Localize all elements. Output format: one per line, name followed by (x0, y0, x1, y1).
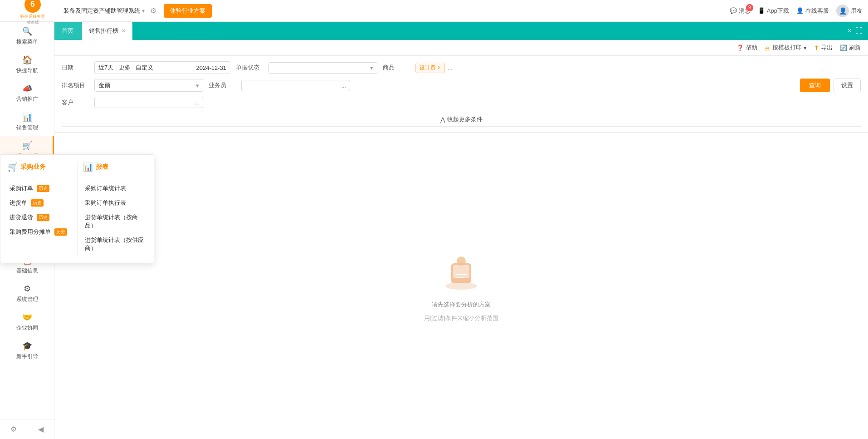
sidebar-item-system[interactable]: ⚙ 系统管理 (0, 279, 54, 308)
goods-tag-close[interactable]: × (438, 64, 441, 71)
logo-text: 畅捷通好生意 (20, 14, 45, 20)
empty-hint-2: 用[过滤]条件来缩小分析范围 (424, 314, 498, 322)
tab-close-icon[interactable]: × (122, 28, 125, 34)
purchase-dropdown: 🛒 采购业务 采购订单 历史 进货单 历史 进货退货 历史 (0, 154, 154, 263)
sidebar-label-guide: 新手引导 (16, 353, 38, 360)
date-end-value: 2024-12-31 (196, 64, 227, 71)
collapse-button[interactable]: ⋀ 收起更多条件 (440, 115, 483, 123)
sidebar-label-enterprise: 企业协同 (16, 324, 38, 332)
print-label: 按模板打印 (772, 44, 802, 52)
settings-icon[interactable]: ⚙ (150, 6, 156, 15)
svg-point-3 (457, 256, 466, 266)
purchase-order-item[interactable]: 采购订单 历史 (8, 181, 72, 196)
doc-status-arrow-icon: ▾ (370, 64, 373, 71)
purchase-fee-label: 采购费用分摊单 (10, 228, 51, 236)
title-arrow-icon: ▾ (142, 8, 145, 14)
date-preset-more[interactable]: 更多 (119, 64, 131, 72)
filter-actions: 查询 设置 (800, 79, 861, 92)
tab-home-label: 首页 (62, 27, 73, 35)
rank-picker[interactable]: 金额 ▾ (94, 79, 203, 92)
dropdown-divider (77, 162, 78, 256)
col2-icon: 📊 (83, 162, 93, 172)
date-preset-custom[interactable]: 自定义 (136, 64, 153, 72)
tab-bar-end: × ⛶ (848, 27, 868, 35)
system-title: 装备及固定资产辅助管理系统 (63, 7, 140, 15)
report-item-1[interactable]: 采购订单执行表 (83, 196, 147, 210)
filter-row-2: 排名项目 金额 ▾ 业务员 ... 查询 设置 (62, 79, 861, 92)
customer-more[interactable]: ... (194, 99, 199, 106)
col2-title: 📊 报表 (83, 162, 147, 176)
sidebar-bottom: ⚙ ◀ (0, 419, 54, 439)
rank-label: 排名项目 (62, 81, 89, 89)
col2-title-text: 报表 (96, 163, 108, 171)
sidebar-label-sales: 销售管理 (16, 124, 38, 132)
print-button[interactable]: 🖨 按模板打印 ▾ (765, 44, 807, 52)
service-icon: 👤 (796, 7, 804, 14)
doc-status-picker[interactable]: ▾ (268, 62, 377, 74)
sidebar-item-purchase[interactable]: 🛒 采购管理 🛒 采购业务 采购订单 历史 进货单 历史 (0, 136, 54, 165)
app-icon: 📱 (758, 7, 765, 14)
collapse-row: ⋀ 收起更多条件 (62, 113, 861, 127)
rank-value: 金额 (98, 81, 110, 89)
purchase-fee-item[interactable]: 采购费用分摊单 历史 (8, 225, 72, 239)
stock-in-label: 进货单 (10, 199, 27, 207)
collapse-sidebar-icon[interactable]: ◀ (38, 425, 44, 434)
window-close-icon[interactable]: × (848, 27, 852, 35)
set-button[interactable]: 设置 (834, 79, 861, 92)
customer-picker[interactable]: ... (94, 97, 203, 108)
date-preset-7days[interactable]: 近7天 (98, 64, 113, 72)
service-label: 在线客服 (805, 7, 829, 15)
message-button[interactable]: 💬 消息 9 (730, 7, 751, 15)
sidebar-label-marketing: 营销推广 (16, 95, 38, 103)
purchase-business-col: 🛒 采购业务 采购订单 历史 进货单 历史 进货退货 历史 (8, 162, 72, 256)
tab-sales-rank[interactable]: 销售排行榜 × (82, 22, 132, 40)
goods-more[interactable]: ... (448, 64, 453, 71)
stock-return-label: 进货退货 (10, 213, 33, 222)
goods-filter-area: 设计费 × ... (415, 63, 453, 73)
sidebar-item-enterprise[interactable]: 🤝 企业协同 (0, 308, 54, 336)
report-item-0[interactable]: 采购订单统计表 (83, 181, 147, 196)
print-icon: 🖨 (765, 44, 770, 51)
topbar: 6 畅捷通好生意 标准版 装备及固定资产辅助管理系统 ▾ ⚙ 体验行业方案 💬 … (0, 0, 868, 22)
refresh-button[interactable]: 🔄 刷新 (840, 44, 861, 52)
sidebar-item-guide[interactable]: 🎓 新手引导 (0, 336, 54, 365)
salesperson-picker[interactable]: ... (241, 80, 350, 91)
window-expand-icon[interactable]: ⛶ (855, 27, 863, 35)
tab-sales-rank-label: 销售排行榜 (89, 27, 118, 35)
online-service-button[interactable]: 👤 在线客服 (796, 7, 829, 15)
salesperson-label: 业务员 (209, 81, 236, 89)
purchase-order-label: 采购订单 (10, 184, 33, 192)
export-button[interactable]: ⬆ 导出 (814, 44, 833, 52)
print-arrow-icon: ▾ (804, 44, 807, 51)
history-badge-2: 历史 (37, 214, 49, 221)
user-label: 用友 (851, 7, 863, 15)
trial-button[interactable]: 体验行业方案 (164, 4, 212, 18)
filter-row-1: 日期 近7天 | 更多 | 自定义 2024-12-31 单据状态 ▾ 商品 (62, 61, 861, 74)
stock-in-item[interactable]: 进货单 历史 (8, 196, 72, 210)
stock-return-item[interactable]: 进货退货 历史 (8, 210, 72, 225)
sidebar-item-sales[interactable]: 📊 销售管理 (0, 108, 54, 136)
settings-bottom-icon[interactable]: ⚙ (10, 425, 17, 434)
date-picker[interactable]: 近7天 | 更多 | 自定义 2024-12-31 (94, 61, 230, 74)
query-button[interactable]: 查询 (800, 79, 830, 92)
purchase-icon: 🛒 (22, 141, 32, 151)
main-layout: 🔍 搜索菜单 🏠 快捷导航 📣 营销推广 📊 销售管理 🛒 采购管理 🛒 采购业… (0, 22, 868, 439)
help-button[interactable]: ❓ 帮助 (736, 44, 757, 52)
user-button[interactable]: 👤 用友 (836, 5, 863, 17)
sidebar: 🔍 搜索菜单 🏠 快捷导航 📣 营销推广 📊 销售管理 🛒 采购管理 🛒 采购业… (0, 22, 54, 439)
svg-point-0 (445, 282, 477, 290)
empty-illustration (439, 250, 484, 295)
report-item-2[interactable]: 进货单统计表（按商品） (83, 210, 147, 233)
avatar: 👤 (836, 5, 849, 17)
export-label: 导出 (821, 44, 833, 52)
report-item-3[interactable]: 进货单统计表（按供应商） (83, 233, 147, 256)
sidebar-item-marketing[interactable]: 📣 营销推广 (0, 79, 54, 108)
logo-icon: 6 (24, 0, 41, 13)
sidebar-item-nav[interactable]: 🏠 快捷导航 (0, 50, 54, 79)
col1-title: 🛒 采购业务 (8, 162, 72, 176)
app-download-button[interactable]: 📱 App下载 (758, 7, 789, 15)
sidebar-item-search[interactable]: 🔍 搜索菜单 (0, 22, 54, 50)
empty-hint-1: 请先选择要分析的方案 (432, 301, 491, 309)
guide-icon: 🎓 (22, 341, 32, 351)
salesperson-more[interactable]: ... (341, 82, 346, 89)
